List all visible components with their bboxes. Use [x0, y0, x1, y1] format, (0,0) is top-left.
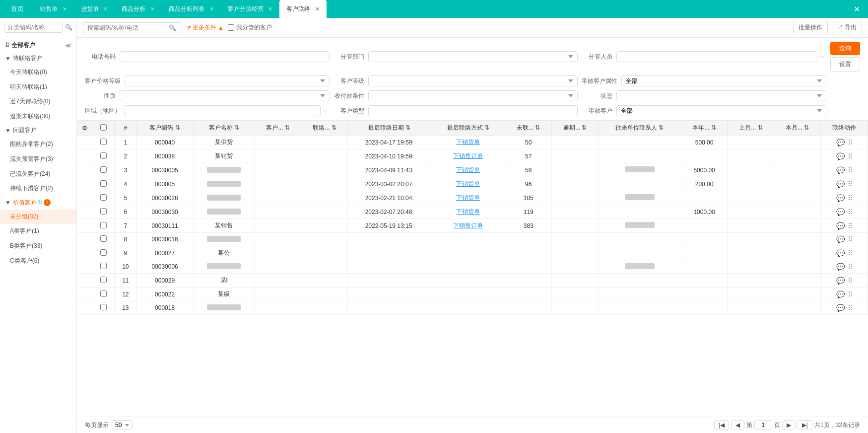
phone-input[interactable]: [120, 51, 330, 62]
sidebar-item-overdue[interactable]: 逾期未联络(30): [0, 109, 76, 124]
sidebar-item-class-b[interactable]: B类客户(33): [0, 239, 76, 254]
last-method-cell[interactable]: [431, 301, 505, 315]
sidebar-item-abnormal[interactable]: 囤购异常客户(2): [0, 137, 76, 152]
close-product-list-tab[interactable]: ✕: [209, 6, 214, 12]
last-method-cell[interactable]: 下销货单: [431, 205, 505, 219]
settings-col-header[interactable]: ⚙: [77, 121, 93, 136]
sidebar-item-decline[interactable]: 持续下滑客户(2): [0, 181, 76, 196]
search-icon[interactable]: 🔍: [65, 24, 72, 31]
region-more-icon[interactable]: ···: [321, 107, 330, 114]
not-contact-col-header[interactable]: 未联... ⇅: [505, 121, 552, 136]
grid-action-icon[interactable]: ⠿: [848, 166, 853, 174]
checkbox-cell[interactable]: [93, 233, 115, 246]
problem-customer-group[interactable]: ▼ 问题客户: [0, 124, 76, 137]
price-level-select[interactable]: [125, 75, 330, 86]
message-icon[interactable]: 💬: [836, 304, 845, 312]
grid-action-icon[interactable]: ⠿: [848, 249, 853, 257]
status-select[interactable]: [616, 90, 826, 101]
message-icon[interactable]: 💬: [836, 277, 845, 285]
checkbox-cell[interactable]: [93, 163, 115, 177]
close-segment-tab[interactable]: ✕: [268, 6, 272, 12]
value-customer-group[interactable]: ▼ 价值客户 ↻ !: [0, 196, 76, 210]
method-link[interactable]: 下销货单: [456, 166, 480, 173]
checkbox-cell[interactable]: [93, 219, 115, 233]
message-icon[interactable]: 💬: [836, 263, 845, 271]
sidebar-item-lost[interactable]: 已流失客户(24): [0, 167, 76, 182]
export-btn[interactable]: ↗ 导出: [832, 21, 862, 34]
tab-customer-segment[interactable]: 客户分层经营 ✕: [221, 0, 280, 18]
grid-action-icon[interactable]: ⠿: [848, 208, 853, 216]
last-method-cell[interactable]: 下销货单: [431, 163, 505, 177]
retail-attr-select[interactable]: 全部: [621, 75, 826, 86]
checkbox-cell[interactable]: [93, 301, 115, 315]
message-icon[interactable]: 💬: [836, 235, 845, 243]
page-size-select[interactable]: 50: [112, 420, 133, 430]
message-icon[interactable]: 💬: [836, 194, 845, 202]
select-all-checkbox[interactable]: [100, 124, 107, 131]
last-method-cell[interactable]: [431, 233, 505, 246]
close-contact-tab[interactable]: ✕: [315, 6, 320, 12]
prev-page-btn[interactable]: ◀: [731, 420, 744, 430]
method-link[interactable]: 下销货单: [456, 180, 480, 187]
last-page-btn[interactable]: ▶|: [798, 420, 812, 430]
reset-button[interactable]: 设置: [830, 57, 860, 72]
category-search-input[interactable]: [4, 22, 63, 33]
last-method-cell[interactable]: [431, 246, 505, 260]
grid-action-icon[interactable]: ⠿: [848, 277, 853, 285]
message-icon[interactable]: 💬: [836, 208, 845, 216]
checkbox-cell[interactable]: [93, 260, 115, 274]
tab-customer-contact[interactable]: 客户联络 ✕: [279, 0, 327, 18]
method-link[interactable]: 下销货单: [456, 139, 480, 145]
manager-input[interactable]: [616, 51, 817, 62]
main-search-input[interactable]: [87, 24, 167, 31]
this-month-col-header[interactable]: 本月... ⇅: [774, 121, 821, 136]
refresh-icon[interactable]: ↻: [38, 199, 43, 206]
row-checkbox[interactable]: [100, 152, 107, 159]
message-icon[interactable]: 💬: [836, 180, 845, 188]
sidebar-item-class-c[interactable]: C类客户(6): [0, 254, 76, 269]
sidebar-item-tomorrow[interactable]: 明天待联络(1): [0, 80, 76, 95]
tab-product-analysis[interactable]: 商品分析 ✕: [115, 0, 162, 18]
close-product-analysis-tab[interactable]: ✕: [150, 6, 155, 12]
collapse-arrow-icon[interactable]: ≪: [65, 42, 71, 49]
grid-action-icon[interactable]: ⠿: [848, 290, 853, 298]
row-checkbox[interactable]: [100, 263, 107, 269]
row-checkbox[interactable]: [100, 277, 107, 283]
this-year-col-header[interactable]: 本年... ⇅: [681, 121, 728, 136]
main-search-box[interactable]: 🔍: [83, 22, 182, 33]
more-conditions-btn[interactable]: ⧩ 更多条件 ▲: [186, 23, 224, 32]
checkbox-col-header[interactable]: [93, 121, 115, 136]
grid-action-icon[interactable]: ⠿: [848, 304, 853, 312]
message-icon[interactable]: 💬: [836, 152, 845, 160]
first-page-btn[interactable]: |◀: [714, 420, 729, 430]
checkbox-cell[interactable]: [93, 177, 115, 191]
grid-action-icon[interactable]: ⠿: [848, 180, 853, 188]
sidebar-item-today[interactable]: 今天待联络(0): [0, 65, 76, 80]
my-customers-check[interactable]: [228, 24, 234, 31]
last-date-col-header[interactable]: 最后联络日期 ⇅: [348, 121, 431, 136]
sidebar-item-class-a[interactable]: A类客户(1): [0, 224, 76, 239]
sidebar-item-near7[interactable]: 近7天待联络(0): [0, 94, 76, 109]
checkbox-cell[interactable]: [93, 288, 115, 301]
row-checkbox[interactable]: [100, 180, 107, 187]
tab-purchase[interactable]: 进货单 ✕: [74, 0, 115, 18]
grid-action-icon[interactable]: ⠿: [848, 263, 853, 271]
last-method-cell[interactable]: 下销售订单: [431, 149, 505, 163]
message-icon[interactable]: 💬: [836, 222, 845, 230]
manager-more-icon[interactable]: ···: [817, 53, 826, 60]
message-icon[interactable]: 💬: [836, 139, 845, 146]
grid-action-icon[interactable]: ⠿: [848, 222, 853, 230]
last-method-cell[interactable]: [431, 274, 505, 288]
tab-home[interactable]: 首页: [4, 0, 31, 18]
message-icon[interactable]: 💬: [836, 249, 845, 257]
method-link[interactable]: 下销货单: [456, 208, 480, 215]
global-close-button[interactable]: ✕: [850, 4, 864, 14]
customer-type-input[interactable]: [368, 105, 578, 116]
checkbox-cell[interactable]: [93, 136, 115, 149]
customer-level-select[interactable]: [368, 75, 578, 86]
method-link[interactable]: 下销售订单: [453, 222, 483, 229]
grid-action-icon[interactable]: ⠿: [848, 139, 853, 146]
method-link[interactable]: 下销售订单: [453, 152, 483, 159]
message-icon[interactable]: 💬: [836, 166, 845, 174]
overdue-col-header[interactable]: 逾期... ⇅: [552, 121, 599, 136]
